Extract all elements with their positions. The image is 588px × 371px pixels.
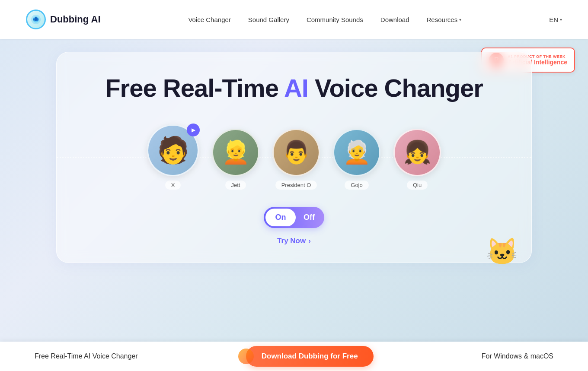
avatar-label-jett: Jett [225,181,246,190]
play-button-x[interactable]: ▶ [187,124,200,136]
download-cta-button[interactable]: Download Dubbing for Free [246,346,374,350]
avatar-item-qiu[interactable]: 👧 Qiu [393,129,441,190]
on-off-toggle[interactable]: On Off [264,207,324,228]
avatar-circle-jett: 👱 [212,129,259,176]
avatars-row: 🧑 ▶ X 👱 Jett 👨 [83,124,505,190]
avatar-wrapper-qiu: 👧 [393,129,441,176]
avatar-label-gojo: Gojo [345,181,368,190]
logo-text: Dubbing AI [50,14,101,25]
hero-section: P #1 PRODUCT OF THE WEEK Artificial Inte… [0,39,588,350]
avatar-label-qiu: Qiu [407,181,428,190]
logo-svg [30,14,42,25]
nav-links: Voice Changer Sound Gallery Community So… [188,16,461,23]
avatar-label-president: President O [275,181,317,190]
avatar-circle-qiu: 👧 [393,129,441,176]
bottom-bar: Free Real-Time AI Voice Changer Download… [0,342,588,350]
avatar-item-x[interactable]: 🧑 ▶ X [147,124,199,190]
nav-right: EN ▾ [549,16,562,23]
logo[interactable]: Dubbing AI [26,10,101,29]
toggle-section: On Off Try Now › [83,207,505,245]
language-selector[interactable]: EN ▾ [549,16,562,23]
svg-rect-2 [35,17,37,21]
avatar-circle-president: 👨 [272,129,320,176]
avatar-circle-gojo: 🧑‍🦳 [333,129,380,176]
avatar-wrapper-x: 🧑 ▶ [147,124,199,176]
try-now-link[interactable]: Try Now › [277,237,311,245]
mascot-icon: 🐱 [486,236,518,267]
nav-item-resources[interactable]: Resources ▾ [427,16,462,23]
svg-rect-3 [33,18,35,21]
nav-item-download[interactable]: Download [380,16,409,23]
hero-title: Free Real-Time AI Voice Changer [83,74,505,103]
avatar-item-jett[interactable]: 👱 Jett [212,129,259,190]
toggle-on-label: On [265,209,296,226]
avatar-item-president[interactable]: 👨 President O [272,129,320,190]
avatar-label-x: X [165,181,181,190]
try-now-arrow-icon: › [308,237,311,245]
lang-chevron-icon: ▾ [560,17,562,22]
hero-card: Free Real-Time AI Voice Changer 🧑 ▶ X [56,52,532,263]
nav-item-sound-gallery[interactable]: Sound Gallery [248,16,289,23]
svg-rect-4 [37,18,38,21]
avatar-item-gojo[interactable]: 🧑‍🦳 Gojo [333,129,380,190]
nav-item-voice-changer[interactable]: Voice Changer [188,16,230,23]
navbar: Dubbing AI Voice Changer Sound Gallery C… [0,0,588,39]
logo-icon [26,10,46,29]
avatar-wrapper-jett: 👱 [212,129,259,176]
avatar-wrapper-president: 👨 [272,129,320,176]
avatar-wrapper-gojo: 🧑‍🦳 [333,129,380,176]
toggle-off-label: Off [296,209,323,226]
nav-item-community-sounds[interactable]: Community Sounds [307,16,363,23]
resources-chevron-icon: ▾ [459,17,461,22]
